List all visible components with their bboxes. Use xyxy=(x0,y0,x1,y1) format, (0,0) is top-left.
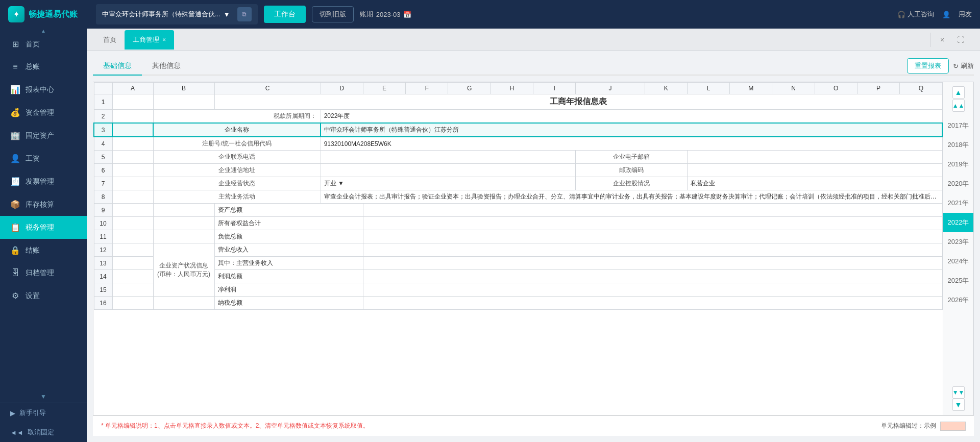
cell-13A[interactable] xyxy=(112,257,153,270)
cell-period-value[interactable]: 2022年度 xyxy=(321,110,942,124)
cell-8A[interactable] xyxy=(112,190,153,204)
col-header-K[interactable]: K xyxy=(645,83,687,94)
year-item-2019[interactable]: 2019年 xyxy=(943,155,973,174)
cell-period-label[interactable]: 税款所属期间： xyxy=(153,110,321,124)
sidebar-item-close[interactable]: 🔒 结账 xyxy=(0,239,87,262)
cell-status-value[interactable]: 开业 ▼ xyxy=(321,177,576,190)
tab-close-icon[interactable]: × xyxy=(162,36,166,43)
cell-16B[interactable] xyxy=(153,297,214,310)
cell-16A[interactable] xyxy=(112,297,153,310)
cell-12A[interactable] xyxy=(112,243,153,257)
year-item-2017[interactable]: 2017年 xyxy=(943,116,973,135)
cell-2A[interactable] xyxy=(112,110,153,124)
subtab-basic[interactable]: 基础信息 xyxy=(93,57,142,76)
cell-netprofit-label[interactable]: 净利润 xyxy=(214,283,363,297)
old-version-button[interactable]: 切到旧版 xyxy=(312,6,354,22)
year-item-2025[interactable]: 2025年 xyxy=(943,271,973,290)
cell-profit-value[interactable] xyxy=(363,270,942,283)
cell-10B[interactable] xyxy=(153,217,214,230)
cell-assets-info-label[interactable]: 企业资产状况信息(币种：人民币万元) xyxy=(153,243,214,297)
tab-commerce[interactable]: 工商管理 × xyxy=(125,30,174,50)
year-panel-fast-down-btn[interactable]: ▼▼ xyxy=(952,386,965,399)
col-header-C[interactable]: C xyxy=(214,83,321,94)
sidebar-item-archive[interactable]: 🗄 归档管理 xyxy=(0,262,87,284)
cell-debt-value[interactable] xyxy=(363,230,942,243)
col-header-G[interactable]: G xyxy=(448,83,491,94)
cell-company-label[interactable]: 企业名称 xyxy=(153,123,321,137)
company-copy-icon[interactable]: ⧉ xyxy=(237,7,252,21)
col-header-L[interactable]: L xyxy=(687,83,729,94)
subtab-other[interactable]: 其他信息 xyxy=(142,57,191,76)
cell-1B[interactable] xyxy=(153,94,214,110)
cell-phone-value[interactable] xyxy=(321,151,576,164)
col-header-D[interactable]: D xyxy=(321,83,363,94)
sidebar-item-ledger[interactable]: ≡ 总账 xyxy=(0,56,87,78)
cell-9A[interactable] xyxy=(112,204,153,217)
sidebar-scroll-down[interactable]: ▼ xyxy=(0,390,87,403)
cell-profit-label[interactable]: 利润总额 xyxy=(214,270,363,283)
year-item-2026[interactable]: 2026年 xyxy=(943,290,973,310)
col-header-P[interactable]: P xyxy=(857,83,899,94)
col-header-A[interactable]: A xyxy=(112,83,153,94)
cell-equity-label[interactable]: 所有者权益合计 xyxy=(214,217,363,230)
cell-regnum-value[interactable]: 91320100MA208E5W6K xyxy=(321,137,942,151)
sidebar-item-settings[interactable]: ⚙ 设置 xyxy=(0,284,87,307)
year-panel-scroll[interactable]: 2017年 2018年 2019年 2020年 2021年 2022年 2023… xyxy=(943,116,973,382)
unpin-button[interactable]: ◄◄ 取消固定 xyxy=(0,423,87,442)
cell-regnum-label[interactable]: 注册号/统一社会信用代码 xyxy=(153,137,321,151)
cell-netprofit-value[interactable] xyxy=(363,283,942,297)
cell-control-value[interactable]: 私营企业 xyxy=(687,177,942,190)
col-header-J[interactable]: J xyxy=(576,83,645,94)
calendar-icon[interactable]: 📅 xyxy=(403,11,411,18)
expand-window-button[interactable]: ⛶ xyxy=(953,33,968,47)
col-header-Q[interactable]: Q xyxy=(900,83,942,94)
cell-control-label[interactable]: 企业控股情况 xyxy=(576,177,688,190)
sidebar-item-tax[interactable]: 📋 税务管理 xyxy=(0,216,87,239)
tab-home[interactable]: 首页 xyxy=(95,30,125,50)
cell-assets-label[interactable]: 资产总额 xyxy=(214,204,363,217)
cell-6A[interactable] xyxy=(112,164,153,177)
col-header-I[interactable]: I xyxy=(533,83,576,94)
cell-title[interactable]: 工商年报信息表 xyxy=(214,94,942,110)
cell-7A[interactable] xyxy=(112,177,153,190)
cell-company-value[interactable]: 中审众环会计师事务所（特殊普通合伙）江苏分所 xyxy=(321,123,942,137)
cell-address-label[interactable]: 企业通信地址 xyxy=(153,164,321,177)
cell-main-revenue-label[interactable]: 其中：主营业务收入 xyxy=(214,257,363,270)
cell-address-value[interactable] xyxy=(321,164,576,177)
cell-email-value[interactable] xyxy=(687,151,942,164)
cell-tax-value[interactable] xyxy=(363,297,942,310)
cell-equity-value[interactable] xyxy=(363,217,942,230)
cell-main-revenue-value[interactable] xyxy=(363,257,942,270)
new-user-button[interactable]: ▶ 新手引导 xyxy=(0,403,87,423)
cell-11A[interactable] xyxy=(112,230,153,243)
spreadsheet-scroll[interactable]: A B C D E F G H I J xyxy=(93,82,943,415)
cell-10A[interactable] xyxy=(112,217,153,230)
year-panel-down-btn[interactable]: ▼ xyxy=(952,399,965,411)
cell-email-label[interactable]: 企业电子邮箱 xyxy=(576,151,688,164)
cell-revenue-label[interactable]: 营业总收入 xyxy=(214,243,363,257)
sidebar-item-home[interactable]: ⊞ 首页 xyxy=(0,33,87,56)
cell-business-label[interactable]: 主营业务活动 xyxy=(153,190,321,204)
cell-tax-label[interactable]: 纳税总额 xyxy=(214,297,363,310)
year-panel-up-btn[interactable]: ▲ xyxy=(952,86,965,99)
year-panel-fast-up-btn[interactable]: ▲▲ xyxy=(952,100,965,112)
sidebar-item-inventory[interactable]: 📦 库存核算 xyxy=(0,193,87,216)
sidebar-item-invoice[interactable]: 🧾 发票管理 xyxy=(0,170,87,193)
cell-1A[interactable] xyxy=(112,94,153,110)
sidebar-item-finance[interactable]: 💰 资金管理 xyxy=(0,101,87,124)
service-button[interactable]: 🎧 人工咨询 xyxy=(897,10,934,19)
col-header-H[interactable]: H xyxy=(491,83,533,94)
cell-assets-value[interactable] xyxy=(363,204,942,217)
cell-status-label[interactable]: 企业经营状态 xyxy=(153,177,321,190)
cell-11B[interactable] xyxy=(153,230,214,243)
cell-postal-value[interactable] xyxy=(687,164,942,177)
cell-9B[interactable] xyxy=(153,204,214,217)
sidebar-item-assets[interactable]: 🏢 固定资产 xyxy=(0,124,87,147)
cell-revenue-value[interactable] xyxy=(363,243,942,257)
col-header-O[interactable]: O xyxy=(815,83,857,94)
sidebar-item-payroll[interactable]: 👤 工资 xyxy=(0,147,87,170)
year-item-2022[interactable]: 2022年 xyxy=(943,213,973,232)
company-selector[interactable]: 中审众环会计师事务所（特殊普通合伙... ▼ ⧉ xyxy=(96,4,258,24)
year-item-2018[interactable]: 2018年 xyxy=(943,135,973,155)
year-item-2024[interactable]: 2024年 xyxy=(943,252,973,271)
